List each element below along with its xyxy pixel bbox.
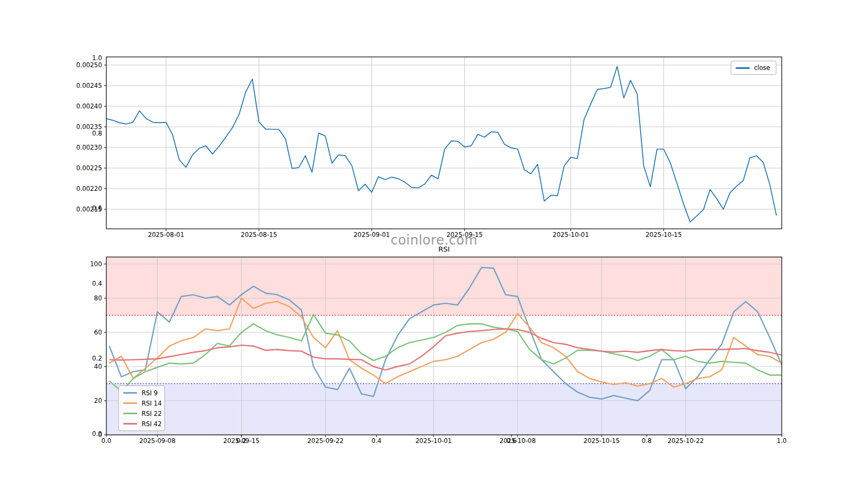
rsi-legend: RSI 9 RSI 14 RSI 22 RSI 42 xyxy=(118,386,165,431)
y-tick-label: 60 xyxy=(94,329,102,336)
legend-label-rsi-14: RSI 14 xyxy=(142,400,162,407)
overlay-x-tick-label: 0.0 xyxy=(101,437,111,445)
oversold-band xyxy=(106,383,782,435)
overlay-x-tick-label: 0.2 xyxy=(237,437,246,445)
y-tick-label: 40 xyxy=(94,363,102,370)
overlay-x-tick-label: 0.6 xyxy=(507,437,516,445)
overlay-y-tick-label: 0.4 xyxy=(92,280,102,287)
legend-item-rsi-42: RSI 42 xyxy=(123,419,160,429)
x-tick-label: 2025-09-08 xyxy=(139,437,176,445)
y-tick-label: 0.00220 xyxy=(76,185,102,192)
price-legend: close xyxy=(731,61,776,75)
y-tick-label: 20 xyxy=(94,397,102,404)
legend-label-close: close xyxy=(754,64,770,72)
x-tick-label: 2025-10-01 xyxy=(416,437,452,445)
y-tick-label: 0.00245 xyxy=(76,82,102,89)
rsi-22-line-swatch xyxy=(123,413,137,414)
legend-item-rsi-9: RSI 9 xyxy=(123,388,160,398)
rsi-22-line xyxy=(110,314,782,391)
rsi-42-line-swatch xyxy=(123,423,137,425)
overlay-y-tick-label: 0.8 xyxy=(92,130,102,137)
rsi-panel-title: RSI xyxy=(106,245,782,253)
rsi-9-line-swatch xyxy=(123,392,137,394)
rsi-42-line xyxy=(110,329,782,370)
overlay-x-tick-label: 1.0 xyxy=(777,437,787,445)
overlay-x-tick-label: 0.8 xyxy=(642,437,652,445)
close-line-swatch xyxy=(736,67,750,69)
overlay-x-tick-label: 0.4 xyxy=(372,437,381,445)
axes-frame xyxy=(106,57,782,229)
y-tick-label: 100 xyxy=(90,260,102,268)
rsi-14-line-swatch xyxy=(123,402,137,404)
overlay-y-tick-label: 0.2 xyxy=(92,355,102,362)
x-tick-label: 2025-09-22 xyxy=(308,437,344,445)
legend-label-rsi-9: RSI 9 xyxy=(142,389,158,397)
x-tick-label: 2025-10-15 xyxy=(584,437,620,445)
overbought-band xyxy=(106,257,782,315)
legend-label-rsi-42: RSI 42 xyxy=(142,420,162,428)
legend-item-rsi-22: RSI 22 xyxy=(123,408,160,419)
figure: 2025-08-012025-08-152025-09-012025-09-15… xyxy=(0,0,868,488)
y-tick-label: 80 xyxy=(94,294,102,302)
y-tick-label: 0.00240 xyxy=(76,102,102,110)
y-tick-label: 0.00250 xyxy=(76,61,102,69)
x-tick-label: 2025-10-22 xyxy=(668,437,704,445)
legend-label-rsi-22: RSI 22 xyxy=(142,410,162,418)
overlay-y-tick-label: 0.6 xyxy=(92,204,102,212)
y-tick-label: 0.00230 xyxy=(76,144,102,151)
close-line xyxy=(106,66,776,222)
legend-item-rsi-14: RSI 14 xyxy=(123,398,160,408)
x-tick-label: 2025-10-08 xyxy=(500,437,536,445)
y-tick-label: 0.00225 xyxy=(76,164,102,172)
overlay-y-tick-label: 1.0 xyxy=(92,54,102,62)
overlay-y-tick-label: 0.0 xyxy=(92,430,102,438)
